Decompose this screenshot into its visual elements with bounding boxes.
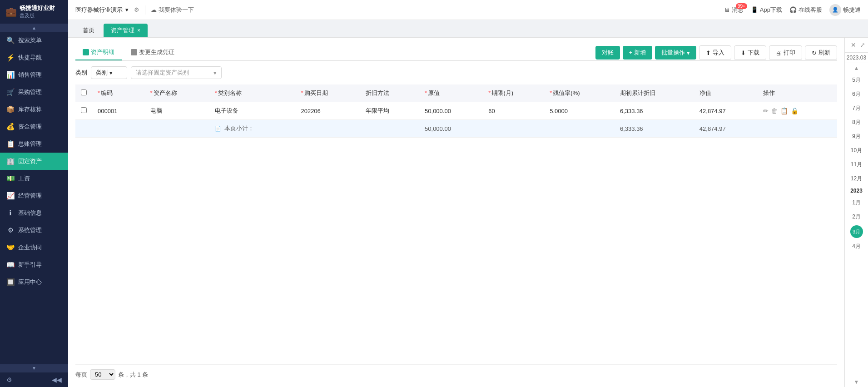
download-btn[interactable]: ⬇ 下载 bbox=[734, 45, 766, 60]
edit-icon[interactable]: ✏ bbox=[763, 107, 769, 114]
subtotal-empty2 bbox=[92, 120, 145, 138]
month-5[interactable]: 5月 bbox=[845, 73, 868, 87]
select-all-checkbox[interactable] bbox=[81, 89, 87, 95]
lock-icon[interactable]: 🔒 bbox=[791, 107, 799, 114]
month-11[interactable]: 11月 bbox=[845, 158, 868, 172]
sidebar-item-sales[interactable]: 📊 销售管理 bbox=[0, 66, 68, 84]
month-7[interactable]: 7月 bbox=[845, 101, 868, 115]
subtab-icon bbox=[131, 49, 137, 55]
sidebar-item-label: 工资 bbox=[18, 174, 30, 183]
sidebar-item-finance[interactable]: 💰 资金管理 bbox=[0, 118, 68, 135]
sidebar-item-purchase[interactable]: 🛒 采购管理 bbox=[0, 84, 68, 101]
months-before-section: 5月 6月 7月 8月 9月 10月 11月 12月 bbox=[845, 73, 868, 186]
reconcile-button[interactable]: 对账 bbox=[595, 46, 620, 60]
sidebar-item-label: 新手引导 bbox=[18, 261, 42, 269]
copy-icon[interactable]: 📋 bbox=[780, 107, 788, 114]
month-12[interactable]: 12月 bbox=[845, 172, 868, 186]
refresh-icon: ↻ bbox=[812, 50, 817, 56]
search-icon: 🔍 bbox=[6, 36, 15, 45]
new-button[interactable]: + 新增 bbox=[623, 46, 652, 60]
month-8[interactable]: 8月 bbox=[845, 115, 868, 129]
category-select[interactable]: 请选择固定资产类别 ▾ bbox=[131, 66, 222, 79]
expand-panel-icon[interactable]: ⤢ bbox=[859, 40, 866, 50]
sidebar-scroll-down[interactable]: ▼ bbox=[0, 364, 68, 372]
category-placeholder: 请选择固定资产类别 bbox=[136, 69, 189, 77]
notification-button[interactable]: 🖥 消息 99+ bbox=[724, 6, 744, 14]
category-dropdown-icon: ▾ bbox=[213, 69, 217, 76]
sidebar-item-label: 基础信息 bbox=[18, 209, 42, 217]
sales-icon: 📊 bbox=[6, 71, 15, 79]
sidebar-item-label: 快捷导航 bbox=[18, 54, 42, 62]
sidebar-item-enterprise[interactable]: 🤝 企业协同 bbox=[0, 239, 68, 256]
company-selector[interactable]: 医疗器械行业演示 ▾ bbox=[75, 6, 129, 14]
td-period: 60 bbox=[483, 102, 544, 120]
subtab-active-icon bbox=[83, 49, 89, 55]
subtotal-empty5 bbox=[360, 120, 419, 138]
gear-button[interactable]: ⚙ bbox=[134, 6, 139, 13]
service-button[interactable]: 🎧 在线客服 bbox=[789, 6, 822, 14]
batch-button[interactable]: 批量操作 ▾ bbox=[655, 46, 696, 60]
category-type-select[interactable]: 类别 ▾ bbox=[91, 66, 127, 79]
sidebar-item-quick-nav[interactable]: ⚡ 快捷导航 bbox=[0, 49, 68, 66]
company-name: 医疗器械行业演示 bbox=[75, 6, 123, 14]
tab-home[interactable]: 首页 bbox=[75, 24, 102, 37]
month-4-2023[interactable]: 4月 bbox=[845, 239, 868, 253]
collapse-icon[interactable]: ◀◀ bbox=[52, 376, 62, 383]
subtab-voucher[interactable]: 变更生成凭证 bbox=[124, 45, 182, 60]
experience-button[interactable]: ☁ 我要体验一下 bbox=[151, 6, 194, 14]
import-button[interactable]: ⬆ 导入 bbox=[699, 45, 731, 60]
print-button[interactable]: 🖨 打印 bbox=[769, 45, 802, 60]
page-tabs: 首页 资产管理 × bbox=[68, 20, 868, 38]
subtab-label: 变更生成凭证 bbox=[139, 48, 174, 56]
settings-icon[interactable]: ⚙ bbox=[6, 376, 12, 383]
finance-icon: 💰 bbox=[6, 123, 15, 131]
month-6[interactable]: 6月 bbox=[845, 87, 868, 101]
refresh-button[interactable]: ↻ 刷新 bbox=[805, 45, 837, 60]
month-2-2023[interactable]: 2月 bbox=[845, 210, 868, 224]
tab-close-button[interactable]: × bbox=[137, 27, 140, 34]
row-checkbox[interactable] bbox=[81, 107, 87, 113]
service-icon: 🎧 bbox=[789, 6, 797, 13]
tab-asset-management[interactable]: 资产管理 × bbox=[104, 24, 148, 37]
sidebar-nav: 🔍 搜索菜单 ⚡ 快捷导航 📊 销售管理 🛒 采购管理 📦 库存核算 💰 资金管… bbox=[0, 32, 68, 364]
sidebar-item-fixed-assets[interactable]: 🏢 固定资产 bbox=[0, 153, 68, 170]
sidebar-item-ledger[interactable]: 📋 总账管理 bbox=[0, 135, 68, 153]
th-depreciation-method: 折旧方法 bbox=[360, 84, 419, 102]
month-1-2023[interactable]: 1月 bbox=[845, 196, 868, 210]
delete-icon[interactable]: 🗑 bbox=[771, 107, 778, 114]
sidebar-item-operations[interactable]: 📈 经营管理 bbox=[0, 187, 68, 204]
month-9[interactable]: 9月 bbox=[845, 129, 868, 144]
user-menu[interactable]: 👤 畅捷通 bbox=[829, 4, 861, 16]
content-area: 资产明细 变更生成凭证 对账 + 新增 批量操作 ▾ ⬆ 导入 bbox=[68, 38, 868, 387]
scroll-up-icon[interactable]: ▲ bbox=[845, 63, 868, 73]
sidebar-item-apps[interactable]: 🔲 应用中心 bbox=[0, 273, 68, 291]
download-icon: 📱 bbox=[751, 6, 758, 13]
page-size-select[interactable]: 50 100 200 bbox=[90, 369, 115, 380]
sidebar-item-inventory[interactable]: 📦 库存核算 bbox=[0, 101, 68, 118]
filter-toolbar: 类别 类别 ▾ 请选择固定资产类别 ▾ bbox=[75, 66, 837, 79]
sidebar-item-guide[interactable]: 📖 新手引导 bbox=[0, 256, 68, 273]
apps-icon: 🔲 bbox=[6, 278, 15, 286]
ledger-icon: 📋 bbox=[6, 140, 15, 148]
pagination: 每页 50 100 200 条，共 1 条 bbox=[75, 364, 837, 380]
sidebar-item-system[interactable]: ⚙ 系统管理 bbox=[0, 222, 68, 239]
ops-cell: ✏ 🗑 📋 🔒 bbox=[763, 107, 832, 114]
toolbar-right-actions: 对账 + 新增 批量操作 ▾ ⬆ 导入 ⬇ 下载 🖨 bbox=[595, 45, 837, 60]
td-original-value: 50,000.00 bbox=[419, 102, 483, 120]
month-10[interactable]: 10月 bbox=[845, 144, 868, 158]
subtab-asset-detail[interactable]: 资产明细 bbox=[75, 45, 122, 60]
download-button[interactable]: 📱 App下载 bbox=[751, 6, 782, 14]
sidebar-item-basic-info[interactable]: ℹ 基础信息 bbox=[0, 204, 68, 222]
month-3-2023-active[interactable]: 3月 bbox=[850, 225, 863, 238]
subtotal-empty4 bbox=[295, 120, 360, 138]
filter-value: 类别 bbox=[96, 69, 108, 77]
sidebar-scroll-up[interactable]: ▲ bbox=[0, 24, 68, 32]
sidebar-item-payroll[interactable]: 💵 工资 bbox=[0, 170, 68, 187]
close-panel-icon[interactable]: ✕ bbox=[850, 40, 857, 50]
td-code: 000001 bbox=[92, 102, 145, 120]
sidebar-item-label: 系统管理 bbox=[18, 226, 42, 234]
notification-icon: 🖥 bbox=[724, 6, 730, 13]
sidebar-item-search[interactable]: 🔍 搜索菜单 bbox=[0, 32, 68, 49]
subtotal-net-value: 42,874.97 bbox=[694, 120, 758, 138]
scroll-down-icon[interactable]: ▼ bbox=[845, 377, 868, 387]
